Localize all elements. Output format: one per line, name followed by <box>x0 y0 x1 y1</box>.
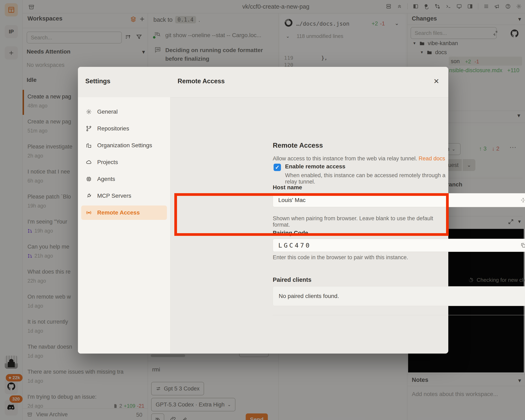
pairing-code-help: Enter this code in the browser to pair w… <box>273 254 408 261</box>
enable-remote-access-help: When enabled, this instance can be acces… <box>285 172 448 185</box>
nav-item-organization-settings[interactable]: Organization Settings <box>81 138 167 153</box>
gear-icon <box>86 109 92 115</box>
section-description: Allow access to this instance from the w… <box>273 155 445 162</box>
nav-item-general[interactable]: General <box>81 105 167 119</box>
host-name-label: Host name <box>273 184 302 191</box>
plug-icon <box>86 193 92 199</box>
copy-icon[interactable] <box>520 243 525 248</box>
cloud-icon <box>86 159 92 165</box>
nav-item-repositories[interactable]: Repositories <box>81 121 167 136</box>
enable-remote-access-label: Enable remote access <box>285 163 345 170</box>
loading-spinner-icon <box>468 277 474 283</box>
paired-clients-status: Checking for new clients <box>447 277 525 283</box>
close-icon[interactable]: ✕ <box>433 77 440 85</box>
dialog-title: Remote Access <box>178 77 225 85</box>
nav-item-mcp-servers[interactable]: MCP Servers <box>81 189 167 203</box>
paired-clients-title: Paired clients <box>273 276 311 283</box>
cpu-icon <box>86 176 92 182</box>
section-title: Remote Access <box>273 141 323 149</box>
git-branch-icon <box>86 125 92 132</box>
nav-item-remote-access[interactable]: Remote Access <box>81 205 167 220</box>
content-divider <box>273 315 525 315</box>
enable-remote-access-checkbox[interactable]: ✓ <box>273 164 281 171</box>
pairing-code-highlight-annotation <box>174 193 449 236</box>
settings-nav: General Repositories Organization Settin… <box>78 97 170 354</box>
nav-item-projects[interactable]: Projects <box>81 155 167 169</box>
nav-item-agents[interactable]: Agents <box>81 172 167 186</box>
settings-title: Settings <box>85 77 110 85</box>
building-icon <box>86 142 92 149</box>
app-window: IP ★ 22k 320 vk/ccf0-create-a- <box>0 0 525 420</box>
dialog-header: Settings Remote Access ✕ <box>78 67 448 97</box>
text-cursor-input-icon <box>520 197 525 203</box>
read-docs-link[interactable]: Read docs <box>419 155 445 162</box>
pairing-code-field[interactable]: LGC470 <box>273 239 525 252</box>
paired-clients-empty: No paired clients found. <box>273 286 525 306</box>
broadcast-icon <box>86 210 92 216</box>
check-icon: ✓ <box>275 164 280 171</box>
